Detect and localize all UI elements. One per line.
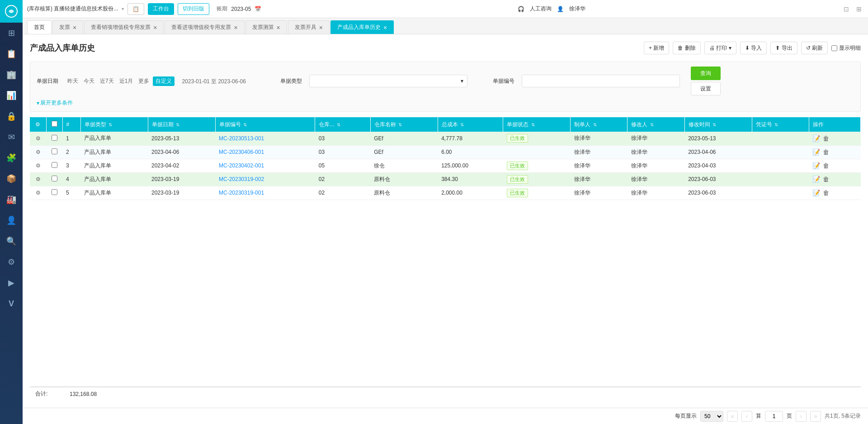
row-select-checkbox[interactable]	[52, 162, 57, 168]
sidebar-item-home[interactable]: ⊞	[0, 23, 23, 43]
tab-invoice[interactable]: 发票 ×	[52, 20, 83, 34]
calendar-icon[interactable]: 📅	[255, 6, 261, 12]
row-edit-icon[interactable]: 📝	[812, 162, 820, 169]
tab-purchase-vat[interactable]: 查看进项增值税专用发票 ×	[165, 20, 244, 34]
col-modify-time-header[interactable]: 修改时间 ⇅	[684, 117, 752, 132]
import-button[interactable]: ⬇ 导入	[740, 42, 767, 54]
print-button[interactable]: 🖨 打印 ▾	[704, 42, 736, 54]
per-page-select[interactable]: 50 10 20 100	[700, 411, 723, 422]
support-label[interactable]: 人工咨询	[530, 5, 552, 13]
delete-button[interactable]: 🗑 删除	[673, 42, 700, 54]
row-delete-icon[interactable]: 🗑	[823, 162, 829, 169]
filter-type-select[interactable]: ▾	[309, 75, 467, 87]
row-checkbox[interactable]	[46, 186, 62, 200]
sidebar-item-play[interactable]: ▶	[0, 272, 23, 293]
tab-sales-vat-close[interactable]: ×	[153, 24, 157, 31]
row-edit-icon[interactable]: 📝	[812, 148, 820, 156]
col-settings-header[interactable]: ⚙	[30, 117, 46, 132]
row-settings[interactable]: ⚙	[30, 132, 46, 145]
row-select-checkbox[interactable]	[52, 135, 57, 141]
row-number-link[interactable]: MC-20230402-001	[219, 162, 264, 169]
sidebar-item-org[interactable]: 🏢	[0, 64, 23, 85]
row-number[interactable]: MC-20230319-002	[215, 172, 315, 186]
sidebar-item-v[interactable]: V	[0, 293, 23, 314]
col-checkbox-header[interactable]	[46, 117, 62, 132]
sidebar-item-chart[interactable]: 📊	[0, 85, 23, 106]
tab-sales-vat[interactable]: 查看销项增值税专用发票 ×	[84, 20, 164, 34]
select-all-checkbox[interactable]	[52, 121, 57, 127]
workbench-button[interactable]: 工作台	[148, 3, 174, 15]
minimize-button[interactable]: ⊡	[842, 5, 851, 14]
filter-date-7days[interactable]: 近7天	[98, 76, 116, 86]
show-detail-checkbox[interactable]	[831, 45, 837, 51]
sidebar-item-factory[interactable]: 🏭	[0, 189, 23, 210]
tab-invoice-issue[interactable]: 发票开具 ×	[288, 20, 330, 34]
row-number[interactable]: MC-20230402-001	[215, 159, 315, 172]
row-settings[interactable]: ⚙	[30, 186, 46, 200]
next-page-button[interactable]: ›	[796, 411, 807, 422]
sidebar-item-doc[interactable]: 📋	[0, 43, 23, 64]
col-modifier-header[interactable]: 修改人 ⇅	[627, 117, 684, 132]
row-delete-icon[interactable]: 🗑	[823, 148, 829, 156]
row-edit-icon[interactable]: 📝	[812, 176, 820, 183]
row-number-link[interactable]: MC-20230513-001	[219, 135, 264, 142]
tab-stock-in-history[interactable]: 产成品入库单历史 ×	[330, 20, 394, 34]
row-number[interactable]: MC-20230406-001	[215, 145, 315, 159]
row-checkbox[interactable]	[46, 172, 62, 186]
sidebar-item-puzzle[interactable]: 🧩	[0, 148, 23, 168]
user-label[interactable]: 徐泽华	[569, 5, 585, 13]
show-detail-label[interactable]: 显示明细	[831, 44, 861, 52]
col-type-header[interactable]: 单据类型 ⇅	[80, 117, 148, 132]
row-select-checkbox[interactable]	[52, 176, 57, 181]
prev-page-button[interactable]: ‹	[741, 411, 752, 422]
refresh-button[interactable]: ↺ 刷新	[801, 42, 828, 54]
row-settings[interactable]: ⚙	[30, 159, 46, 172]
row-number-link[interactable]: MC-20230319-002	[219, 176, 264, 182]
sidebar-item-person[interactable]: 👤	[0, 210, 23, 231]
col-voucher-header[interactable]: 凭证号 ⇅	[752, 117, 809, 132]
row-checkbox[interactable]	[46, 132, 62, 145]
switch-button[interactable]: 切到旧版	[178, 3, 209, 15]
col-total-cost-header[interactable]: 总成本 ⇅	[438, 117, 503, 132]
maximize-button[interactable]: ⊞	[854, 5, 863, 14]
tab-home[interactable]: 首页	[27, 20, 52, 34]
row-settings[interactable]: ⚙	[30, 145, 46, 159]
row-checkbox[interactable]	[46, 159, 62, 172]
row-number-link[interactable]: MC-20230319-001	[219, 190, 264, 196]
set-button[interactable]: 设置	[691, 82, 721, 95]
tab-invoice-calc[interactable]: 发票测算 ×	[245, 20, 287, 34]
new-button[interactable]: + 新增	[644, 42, 669, 54]
last-page-button[interactable]: »	[810, 411, 821, 422]
query-button[interactable]: 查询	[691, 67, 721, 80]
filter-date-1month[interactable]: 近1月	[118, 76, 135, 86]
row-number-link[interactable]: MC-20230406-001	[219, 149, 264, 155]
tab-purchase-vat-close[interactable]: ×	[234, 24, 237, 31]
sidebar-item-search[interactable]: 🔍	[0, 231, 23, 252]
sidebar-item-mail[interactable]: ✉	[0, 127, 23, 148]
row-delete-icon[interactable]: 🗑	[823, 135, 829, 142]
filter-date-more[interactable]: 更多	[137, 76, 151, 86]
col-wh-name-header[interactable]: 仓库名称 ⇅	[370, 117, 438, 132]
row-edit-icon[interactable]: 📝	[812, 135, 820, 142]
col-number-header[interactable]: 单据编号 ⇅	[215, 117, 315, 132]
row-edit-icon[interactable]: 📝	[812, 189, 820, 196]
filter-number-input[interactable]	[522, 75, 680, 87]
tab-invoice-calc-close[interactable]: ×	[277, 24, 280, 31]
row-delete-icon[interactable]: 🗑	[823, 176, 829, 183]
col-creator-header[interactable]: 制单人 ⇅	[571, 117, 627, 132]
row-checkbox[interactable]	[46, 145, 62, 159]
row-select-checkbox[interactable]	[52, 189, 57, 195]
row-settings[interactable]: ⚙	[30, 172, 46, 186]
row-number[interactable]: MC-20230319-001	[215, 186, 315, 200]
row-number[interactable]: MC-20230513-001	[215, 132, 315, 145]
filter-date-yesterday[interactable]: 昨天	[66, 76, 80, 86]
tab-stock-in-history-close[interactable]: ×	[383, 24, 387, 31]
page-input[interactable]	[765, 411, 783, 422]
tab-invoice-close[interactable]: ×	[73, 24, 76, 31]
row-select-checkbox[interactable]	[52, 148, 57, 154]
sidebar-item-shield[interactable]: 🔒	[0, 106, 23, 127]
filter-date-custom[interactable]: 自定义	[153, 76, 175, 86]
sidebar-item-box[interactable]: 📦	[0, 168, 23, 189]
filter-date-today[interactable]: 今天	[82, 76, 96, 86]
copy-button[interactable]: 📋	[127, 3, 144, 15]
